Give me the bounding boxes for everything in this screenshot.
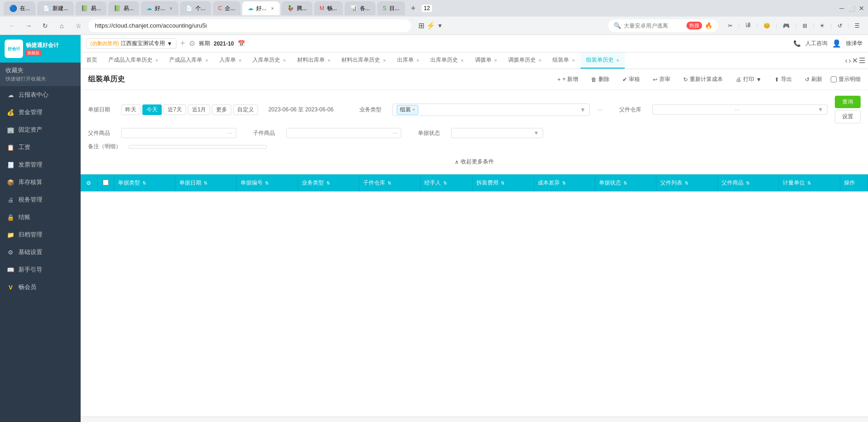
star-button[interactable]: ☆ (72, 19, 85, 32)
sidebar-item-checkout[interactable]: 🔒 结账 (0, 208, 81, 226)
th-number[interactable]: 单据编号 ⇅ (236, 174, 298, 191)
th-date[interactable]: 单据日期 ⇅ (175, 174, 236, 191)
recalculate-button[interactable]: ↻ 重新计算成本 (679, 74, 727, 85)
browser-tab-10[interactable]: M 畅... (314, 1, 343, 15)
browser-tab-11[interactable]: 📊 各... (345, 1, 375, 15)
forward-button[interactable]: → (22, 19, 35, 32)
home-button[interactable]: ⌂ (55, 19, 68, 32)
tab-close-10[interactable]: × (539, 58, 541, 63)
th-child-warehouse[interactable]: 子件仓库 ⇅ (359, 174, 420, 191)
add-button[interactable]: + + 新增 (553, 74, 583, 85)
page-tab-material-out-history[interactable]: 材料出库单历史 × (336, 52, 391, 69)
browser-tab-2[interactable]: 📄 新建... (37, 1, 74, 15)
browser-tab-12[interactable]: S 目... (377, 1, 405, 15)
yesterday-btn[interactable]: 昨天 (121, 104, 141, 115)
print-button[interactable]: 🖨 打印 ▼ (731, 74, 766, 85)
sidebar-item-settings[interactable]: ⚙ 基础设置 (0, 243, 81, 261)
tab-close-5[interactable]: × (328, 58, 330, 63)
tab-close-3[interactable]: × (239, 58, 241, 63)
page-tab-material-out[interactable]: 材料出库单 × (292, 52, 336, 69)
sidebar-item-tax[interactable]: 🖨 税务管理 (0, 191, 81, 208)
show-detail-checkbox-wrap[interactable]: 显示明细 (831, 75, 861, 83)
refresh-button[interactable]: ↻ (39, 19, 52, 32)
status-select[interactable]: ▼ (451, 128, 543, 138)
sidebar-item-cloud-report[interactable]: ☁ 云报表中心 (0, 86, 81, 104)
new-tab-button[interactable]: + (407, 2, 420, 15)
custom-date-btn[interactable]: 自定义 (233, 104, 258, 115)
tab-close-all[interactable]: ✕ (852, 56, 858, 65)
th-unit[interactable]: 计量单位 ⇅ (779, 174, 840, 191)
tab-scroll-left[interactable]: ‹ (845, 57, 847, 65)
today-btn[interactable]: 今天 (142, 104, 162, 115)
parent-warehouse-dropdown[interactable]: ▼ (818, 106, 823, 113)
add-company-icon[interactable]: + (180, 39, 185, 48)
sidebar-item-fund[interactable]: 💰 资金管理 (0, 104, 81, 121)
business-tag-remove[interactable]: × (412, 107, 415, 112)
scissors-icon[interactable]: ✂ (725, 22, 735, 30)
th-cost-diff[interactable]: 成本差异 ⇅ (534, 174, 595, 191)
menu-icon[interactable]: ☰ (852, 22, 862, 30)
show-detail-checkbox[interactable] (831, 76, 837, 82)
tab-close-6[interactable]: × (383, 58, 386, 63)
refresh-button[interactable]: ↺ 刷新 (800, 74, 827, 85)
tab5-close[interactable]: × (170, 6, 172, 11)
tab8-close[interactable]: × (271, 6, 274, 11)
sidebar-item-invoice[interactable]: 🧾 发票管理 (0, 156, 81, 173)
browser-tab-9[interactable]: 🦆 腾... (282, 1, 312, 15)
sidebar-item-inventory[interactable]: 📦 库存核算 (0, 173, 81, 191)
browser-tab-8[interactable]: ☁ 好... × (242, 1, 279, 15)
minimize-icon[interactable]: ─ (839, 5, 844, 12)
page-tab-product-in-history[interactable]: 产成品入库单历史 × (103, 52, 164, 69)
business-more-icon[interactable]: ··· (597, 106, 603, 113)
service-label[interactable]: 人工咨询 (805, 40, 827, 47)
emoji-icon[interactable]: 😊 (761, 22, 773, 30)
tab-close-11[interactable]: × (572, 58, 575, 63)
status-dropdown-icon[interactable]: ▼ (534, 130, 539, 136)
page-tab-assembly-history[interactable]: 组装单历史 × (581, 52, 625, 69)
page-tab-product-in[interactable]: 产成品入库单 × (164, 52, 213, 69)
tab-close-12[interactable]: × (616, 58, 619, 63)
setting-button[interactable]: 设置 (835, 110, 861, 123)
tab-close-1[interactable]: × (155, 58, 158, 63)
tab-scroll-right[interactable]: › (849, 57, 851, 65)
sidebar-item-archive[interactable]: 📁 归档管理 (0, 226, 81, 243)
page-tab-in[interactable]: 入库单 × (214, 52, 247, 69)
audit-button[interactable]: ✔ 审核 (618, 74, 645, 85)
browser-tab-7[interactable]: C 企... (213, 1, 241, 15)
translate-icon[interactable]: 译 (743, 21, 754, 30)
1month-btn[interactable]: 近1月 (188, 104, 211, 115)
sidebar-item-payroll[interactable]: 📋 工资 (0, 139, 81, 156)
dropdown-icon[interactable]: ▼ (437, 23, 443, 29)
user-name[interactable]: 徐泽华 (846, 40, 862, 47)
calendar-icon[interactable]: 📅 (238, 40, 245, 47)
grid-icon[interactable]: ⊞ (800, 22, 810, 30)
parent-commodity-more[interactable]: ··· (228, 130, 232, 136)
game-icon[interactable]: 🎮 (780, 22, 792, 30)
parent-commodity-input[interactable]: ··· (121, 128, 236, 138)
export-button[interactable]: ⬆ 导出 (770, 74, 797, 85)
business-type-input[interactable]: 组装 × ▼ (393, 104, 590, 116)
apps-icon[interactable]: ⊞ (418, 21, 424, 30)
more-date-btn[interactable]: 更多 (212, 104, 231, 115)
tab-more-icon[interactable]: ☰ (859, 56, 865, 65)
business-dropdown[interactable]: ▼ (580, 106, 586, 113)
parent-warehouse-input[interactable]: ··· ▼ (652, 104, 827, 115)
page-tab-home[interactable]: 首页 (81, 52, 103, 69)
page-tab-transfer-history[interactable]: 调拨单历史 × (503, 52, 547, 69)
company-selector[interactable]: (勿删勿禁用) 江西服宝测试专用 ▼ (86, 38, 176, 49)
sidebar-item-member[interactable]: V 畅会员 (0, 278, 81, 296)
child-commodity-input[interactable]: ··· (286, 128, 401, 138)
bottom-scrollbar[interactable] (81, 416, 868, 422)
browser-tab-4[interactable]: 📗 易... (108, 1, 139, 15)
collapse-button[interactable]: ∧ 收起更多条件 (455, 158, 494, 166)
th-disassemble-fee[interactable]: 拆装费用 ⇅ (472, 174, 534, 191)
page-tab-transfer[interactable]: 调拨单 × (469, 52, 503, 69)
remark-input[interactable] (129, 145, 267, 149)
parent-warehouse-more[interactable]: ··· (735, 106, 739, 113)
search-input[interactable] (624, 23, 684, 29)
sidebar-item-fixed-assets[interactable]: 🏢 固定资产 (0, 121, 81, 139)
tab-close-9[interactable]: × (494, 58, 497, 63)
page-tab-out-history[interactable]: 出库单历史 × (425, 52, 469, 69)
th-biz-type[interactable]: 业务类型 ⇅ (298, 174, 359, 191)
brightness-icon[interactable]: ☀ (817, 22, 827, 30)
